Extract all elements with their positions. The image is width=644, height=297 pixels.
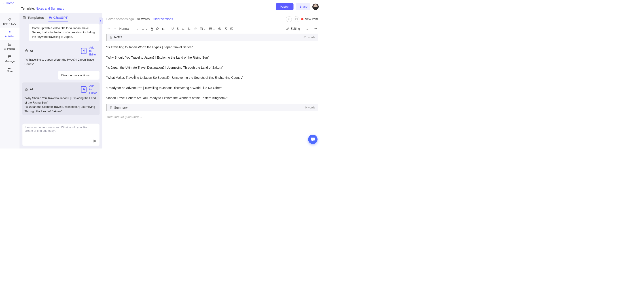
chevron-down-icon: ⌄ xyxy=(136,27,139,31)
highlight-button[interactable] xyxy=(156,27,159,30)
target-icon xyxy=(8,18,12,21)
bold-button[interactable]: B xyxy=(162,27,164,31)
align-button[interactable]: ⌄ xyxy=(142,27,148,30)
tab-label: ChatGPT xyxy=(54,16,68,20)
sidebar-item-label: More xyxy=(7,70,12,73)
strikethrough-button[interactable]: S xyxy=(177,27,179,31)
calendar-icon xyxy=(295,18,298,20)
image-icon xyxy=(8,43,12,46)
italic-button[interactable]: I xyxy=(168,27,168,31)
font-color-button[interactable]: A xyxy=(151,26,153,31)
content-line: "Japan Travel Series: Are You Ready to E… xyxy=(106,94,318,104)
bullet-list-button[interactable] xyxy=(182,27,185,30)
doc-icon xyxy=(110,106,113,109)
chevron-left-icon xyxy=(3,2,5,4)
schedule-button[interactable] xyxy=(294,16,300,22)
robot-icon xyxy=(24,49,28,53)
new-item-status[interactable]: New Item xyxy=(301,18,318,21)
status-dot-icon xyxy=(301,18,304,20)
table-button[interactable]: ⌄ xyxy=(209,27,215,30)
new-item-label: New Item xyxy=(305,18,318,21)
svg-point-36 xyxy=(182,28,182,28)
svg-rect-6 xyxy=(8,43,11,46)
sidebar-item-ai-writer[interactable]: AI Writer xyxy=(0,28,20,40)
link-icon xyxy=(194,27,197,30)
svg-rect-10 xyxy=(25,16,26,19)
toolbar-more-button[interactable]: ••• xyxy=(314,27,317,31)
underline-button[interactable]: U xyxy=(172,27,174,31)
svg-point-13 xyxy=(26,51,27,52)
tab-chatgpt[interactable]: ChatGPT xyxy=(48,16,68,22)
send-button[interactable] xyxy=(93,139,97,144)
content-line: "Is Travelling to Japan Worth the Hype? … xyxy=(106,43,318,53)
clear-format-button[interactable] xyxy=(224,27,227,30)
table-icon xyxy=(209,27,212,30)
notes-content[interactable]: "Is Travelling to Japan Worth the Hype? … xyxy=(106,43,318,104)
save-status: Saved seconds ago xyxy=(106,18,134,21)
svg-text:3: 3 xyxy=(188,29,188,30)
chevron-down-icon: ⌄ xyxy=(146,27,148,30)
doc-icon xyxy=(110,36,113,39)
content-line: "What Makes Travelling to Japan So Speci… xyxy=(106,74,318,84)
ai-label: AI xyxy=(30,49,33,53)
sidebar-item-label: Message xyxy=(5,60,15,63)
word-count: 81 words xyxy=(137,18,150,21)
chat-input[interactable]: I am your content assistant. What would … xyxy=(22,124,100,146)
dots-icon: ••• xyxy=(8,68,12,69)
avatar[interactable] xyxy=(312,4,319,10)
publish-button[interactable]: Publish xyxy=(276,3,294,10)
editing-mode-select[interactable]: Editing ⌄ xyxy=(286,27,308,31)
chat-user-message: Give me more options xyxy=(58,71,100,80)
older-versions-link[interactable]: Older versions xyxy=(153,18,173,21)
paragraph-style-select[interactable]: Normal ⌄ xyxy=(120,27,139,31)
svg-rect-9 xyxy=(24,16,25,19)
add-to-editor-icon xyxy=(80,85,88,94)
add-to-editor-button[interactable]: Add to Editor xyxy=(80,84,97,95)
send-icon xyxy=(93,139,97,143)
svg-point-57 xyxy=(220,28,220,29)
chevron-left-icon xyxy=(99,19,103,23)
emoji-button[interactable] xyxy=(218,27,221,30)
svg-rect-50 xyxy=(209,28,212,30)
template-name-link[interactable]: Notes and Summary xyxy=(36,7,64,10)
emoji-icon xyxy=(218,27,221,30)
redo-button[interactable] xyxy=(113,27,116,30)
summary-placeholder[interactable]: Your content goes here ... xyxy=(106,114,318,120)
message-icon xyxy=(8,55,12,59)
sidebar-item-brief-seo[interactable]: Brief + SEO xyxy=(0,15,20,28)
sidebar-item-more[interactable]: ••• More xyxy=(0,65,20,75)
collapse-panel-button[interactable] xyxy=(99,18,103,24)
bullet-list-icon xyxy=(182,27,185,30)
section-word-count: 81 words xyxy=(304,36,315,39)
share-button[interactable]: Share xyxy=(296,3,310,10)
home-link[interactable]: Home xyxy=(3,1,14,5)
help-fab[interactable] xyxy=(308,135,318,144)
comment-button[interactable] xyxy=(230,27,233,30)
image-icon xyxy=(200,27,203,30)
svg-point-55 xyxy=(218,28,221,30)
sidebar: Brief + SEO AI Writer AI Images Message … xyxy=(0,13,20,149)
tab-label: Templates xyxy=(28,16,44,20)
pencil-icon xyxy=(286,27,289,30)
undo-button[interactable] xyxy=(107,27,110,30)
redo-icon xyxy=(113,27,116,30)
robot-icon xyxy=(24,88,28,91)
chat-panel: Templates ChatGPT Come up with a video t… xyxy=(20,13,102,149)
home-label: Home xyxy=(6,1,14,5)
person-plus-icon xyxy=(287,18,290,20)
add-to-editor-button[interactable]: Add to Editor xyxy=(80,46,97,56)
publish-label: Publish xyxy=(280,5,290,8)
add-person-button[interactable] xyxy=(286,16,292,22)
image-insert-button[interactable]: ⌄ xyxy=(200,27,206,30)
sidebar-item-message[interactable]: Message xyxy=(0,53,20,65)
sidebar-item-ai-images[interactable]: AI Images xyxy=(0,40,20,53)
svg-point-15 xyxy=(26,50,26,50)
numbered-list-button[interactable]: 123 xyxy=(188,27,191,30)
summary-section-header: Summary 0 words xyxy=(106,104,318,111)
svg-point-19 xyxy=(26,90,26,90)
svg-point-12 xyxy=(26,51,26,52)
chevron-down-icon: ⌄ xyxy=(204,27,206,30)
link-button[interactable] xyxy=(194,27,197,30)
tab-templates[interactable]: Templates xyxy=(23,16,44,22)
comment-plus-icon xyxy=(230,27,233,30)
